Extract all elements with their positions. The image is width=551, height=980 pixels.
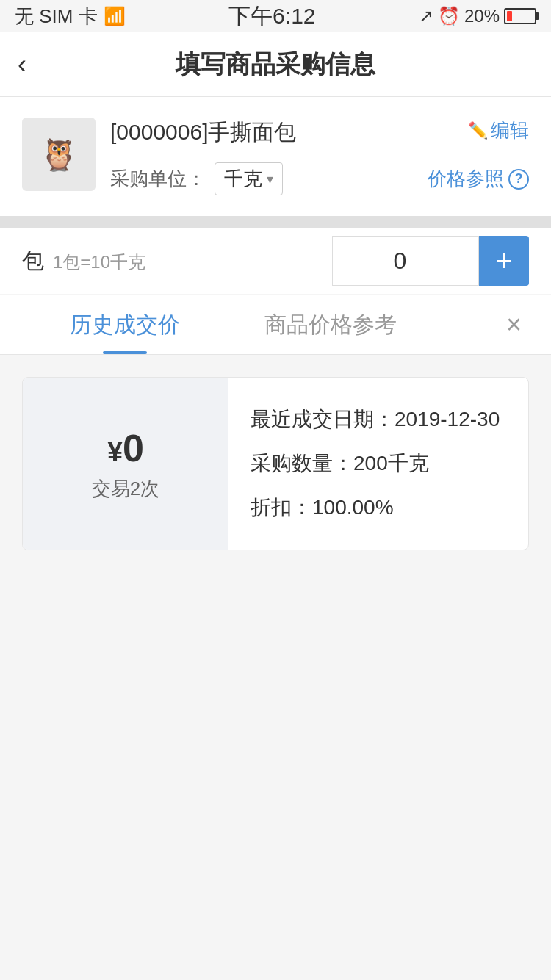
- price-summary: ¥0 交易2次: [23, 378, 228, 550]
- status-left: 无 SIM 卡 📶: [15, 4, 126, 29]
- product-info: [0000006]手撕面包 ✏️ 编辑 采购单位： 千克 ▾ 价格参照 ?: [110, 118, 529, 195]
- time-display: 下午6:12: [228, 1, 315, 32]
- history-price-card: ¥0 交易2次 最近成交日期：2019-12-30 采购数量：200千克 折扣：…: [22, 377, 529, 550]
- quantity-plus-button[interactable]: +: [479, 236, 529, 286]
- tab-price-ref-label: 商品价格参考: [264, 310, 397, 340]
- purchase-qty-label: 采购数量：: [251, 452, 353, 475]
- price-detail: 最近成交日期：2019-12-30 采购数量：200千克 折扣：100.00%: [228, 378, 528, 550]
- battery-percent: 20%: [464, 6, 500, 26]
- tabs-container: 历史成交价 商品价格参考 ×: [0, 295, 551, 355]
- quantity-input-group[interactable]: +: [332, 236, 529, 286]
- product-unit-row: 采购单位： 千克 ▾ 价格参照 ?: [110, 162, 529, 195]
- recent-date-label: 最近成交日期：: [251, 408, 395, 430]
- nav-bar: ‹ 填写商品采购信息: [0, 32, 551, 97]
- unit-label: 采购单位：: [110, 167, 206, 190]
- product-header: [0000006]手撕面包 ✏️ 编辑: [110, 118, 529, 148]
- discount-value: 100.00%: [312, 496, 394, 519]
- back-button[interactable]: ‹: [18, 49, 26, 80]
- quantity-label-group: 包 1包=10千克: [22, 246, 145, 276]
- dropdown-arrow-icon: ▾: [267, 171, 273, 187]
- unit-value: 千克: [224, 166, 262, 192]
- product-card: 🦉 [0000006]手撕面包 ✏️ 编辑 采购单位： 千克 ▾ 价格参照 ?: [0, 97, 551, 216]
- quantity-conversion: 1包=10千克: [53, 251, 145, 274]
- purchase-qty-row: 采购数量：200千克: [251, 448, 506, 479]
- price-amount: ¥0: [107, 426, 144, 470]
- trade-count: 交易2次: [92, 476, 159, 502]
- section-separator: [0, 216, 551, 228]
- product-thumbnail: 🦉: [22, 118, 96, 191]
- battery-fill: [507, 11, 512, 21]
- content-area: ¥0 交易2次 最近成交日期：2019-12-30 采购数量：200千克 折扣：…: [0, 355, 551, 722]
- status-bar: 无 SIM 卡 📶 下午6:12 ↗ ⏰ 20%: [0, 0, 551, 32]
- wifi-icon: 📶: [104, 6, 126, 26]
- edit-label: 编辑: [491, 118, 529, 143]
- tab-active-indicator: [103, 351, 147, 354]
- tab-close-button[interactable]: ×: [499, 302, 529, 347]
- tab-history-price[interactable]: 历史成交价: [22, 295, 228, 354]
- product-name: [0000006]手撕面包: [110, 118, 296, 148]
- price-reference-button[interactable]: 价格参照 ?: [428, 166, 529, 192]
- recent-date-row: 最近成交日期：2019-12-30: [251, 404, 506, 435]
- price-value: 0: [123, 427, 144, 469]
- currency-symbol: ¥: [107, 436, 123, 467]
- status-right: ↗ ⏰ 20%: [419, 6, 536, 26]
- help-icon: ?: [508, 169, 529, 190]
- discount-row: 折扣：100.00%: [251, 492, 506, 523]
- tab-price-reference[interactable]: 商品价格参考: [228, 295, 433, 354]
- alarm-icon: ⏰: [438, 6, 460, 26]
- page-title: 填写商品采购信息: [176, 48, 375, 82]
- product-logo-icon: 🦉: [40, 137, 78, 173]
- edit-button[interactable]: ✏️ 编辑: [468, 118, 529, 143]
- purchase-qty-value: 200千克: [353, 452, 429, 475]
- quantity-input[interactable]: [332, 236, 479, 286]
- discount-label: 折扣：: [251, 496, 312, 519]
- edit-icon: ✏️: [468, 121, 488, 140]
- quantity-row: 包 1包=10千克 +: [0, 228, 551, 294]
- unit-selector: 采购单位： 千克 ▾: [110, 162, 283, 195]
- battery-icon: [504, 8, 536, 24]
- tab-history-label: 历史成交价: [70, 310, 180, 340]
- recent-date-value: 2019-12-30: [395, 408, 500, 430]
- location-icon: ↗: [419, 6, 433, 26]
- price-ref-label: 价格参照: [428, 166, 504, 192]
- carrier-text: 无 SIM 卡: [15, 4, 98, 29]
- unit-dropdown[interactable]: 千克 ▾: [215, 162, 283, 195]
- quantity-unit: 包: [22, 246, 44, 276]
